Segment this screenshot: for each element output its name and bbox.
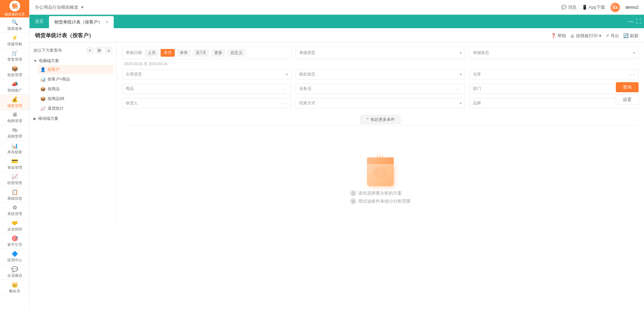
message-btn[interactable]: 💬 消息: [561, 4, 577, 10]
collapse-btn[interactable]: ⌃ 收起更多条件: [360, 115, 400, 124]
recipient-dots: ···: [282, 101, 288, 106]
mobile-group-label: 移动端方案: [38, 116, 58, 121]
sidebar-item-finance[interactable]: 💳 资金管理: [0, 156, 30, 172]
refresh-label: 刷新: [630, 33, 639, 39]
export-btn[interactable]: ↗ 导出: [605, 33, 619, 39]
topbar: 办公用品行业模拟账套 ▾ 💬 消息 📱 App下载 Ea demo2: [30, 0, 644, 15]
by-customer-product-label: 按客户+商品: [48, 76, 70, 82]
sidebar-item-ecommerce[interactable]: 🖥 电商管理: [0, 110, 30, 125]
scheme-group-mobile-header[interactable]: ▶ 移动端方案: [32, 114, 114, 123]
filter-recipient[interactable]: 收货人 ···: [122, 98, 291, 108]
refresh-icon: 🔄: [623, 33, 629, 38]
filter-product[interactable]: 商品 ···: [122, 84, 291, 94]
sidebar-item-system[interactable]: ⚙ 系统管理: [0, 203, 30, 218]
sidebar-label-wholesale: 批发管理: [7, 72, 22, 78]
app-download-btn[interactable]: 📱 App下载: [582, 4, 605, 10]
settlement-value: ▾: [318, 101, 461, 105]
topbar-dropdown-btn[interactable]: ▾: [81, 5, 84, 10]
collapse-scheme-btn[interactable]: «: [105, 47, 112, 54]
sidebar-item-member[interactable]: 👑 畅会员: [0, 280, 30, 295]
date-btn-custom[interactable]: 自定义: [227, 49, 246, 57]
sidebar: 畅 畅捷通好生意 🔍 搜索菜单 ⚡ 快捷导航 🛒 零售管理 📦 批发管理 📣 营…: [0, 0, 30, 310]
inventory-icon: 📊: [11, 143, 18, 149]
sidebar-label-app-center: 应用中心: [7, 258, 22, 263]
sidebar-item-basic-info[interactable]: 📋 基础信息: [0, 187, 30, 203]
filter-collect-status[interactable]: 收款状态 ▾: [296, 69, 465, 80]
filter-department[interactable]: 部门 ▾: [469, 84, 639, 94]
date-btn-last-month[interactable]: 上月: [145, 49, 159, 57]
operations-icon: 📈: [11, 173, 18, 180]
department-value: ▾: [484, 87, 635, 91]
export-label: 导出: [610, 33, 619, 39]
sidebar-item-search-menu[interactable]: 🔍 搜索菜单: [0, 17, 30, 33]
user-avatar[interactable]: Ea: [610, 3, 620, 12]
search-menu-icon: 🔍: [11, 19, 18, 25]
scheme-item-by-customer-product[interactable]: 📊 按客户+商品: [38, 75, 114, 84]
scheme-item-returns-stats[interactable]: 📈 退货统计: [38, 104, 114, 113]
sidebar-item-enterprise[interactable]: 🤝 企业协同: [0, 218, 30, 234]
tab-maximize-btn[interactable]: ⛶: [636, 18, 641, 24]
scheme-item-by-product[interactable]: 📦 按商品: [38, 85, 114, 94]
sidebar-item-enterprise-wechat[interactable]: 💬 企业微信: [0, 264, 30, 280]
tab-close-btn[interactable]: ×: [106, 19, 108, 25]
sidebar-item-quick-nav[interactable]: ⚡ 快捷导航: [0, 33, 30, 48]
sidebar-item-inventory[interactable]: 📊 库存核算: [0, 141, 30, 156]
date-btn-this-month[interactable]: 本月: [161, 49, 175, 57]
system-icon: ⚙: [12, 204, 17, 211]
scheme-header-icons: + ⚙ «: [86, 47, 112, 54]
salesperson-label: 业务员: [299, 86, 311, 92]
settings-button[interactable]: 设置: [616, 94, 639, 105]
sidebar-label-quick-nav: 快捷导航: [7, 42, 22, 47]
app-center-icon: 🔷: [11, 251, 18, 257]
sidebar-item-wholesale[interactable]: 📦 批发管理: [0, 64, 30, 79]
topbar-left: 办公用品行业模拟账套 ▾: [35, 4, 84, 10]
filter-out-status[interactable]: 出库状态 ▾: [122, 69, 291, 80]
filter-actions: 查询 设置: [616, 82, 639, 105]
empty-hint-2: 2 用过滤条件来缩小分析范围: [350, 198, 411, 204]
sidebar-item-operations[interactable]: 📈 经营管理: [0, 172, 30, 187]
filter-salesperson[interactable]: 业务员 ···: [296, 84, 465, 94]
collect-status-value: ▾: [318, 72, 461, 76]
query-button[interactable]: 查询: [616, 82, 639, 92]
filter-brand[interactable]: 品牌 ···: [469, 98, 639, 108]
sidebar-item-app-center[interactable]: 🔷 应用中心: [0, 249, 30, 264]
page-content: 销货单统计表（按客户） ❓ 帮助 🖨 按模板打印 ▾ ↗ 导出: [30, 28, 644, 310]
sidebar-label-purchase: 采购管理: [7, 134, 22, 139]
date-btn-last-7-days[interactable]: 近7天: [193, 49, 209, 57]
date-btn-more[interactable]: 更多: [211, 49, 225, 57]
sidebar-label-system: 系统管理: [7, 211, 22, 216]
by-customer-icon: 👤: [40, 67, 46, 72]
scheme-group-desktop-header[interactable]: ▼ 电脑端方案: [32, 57, 114, 65]
filter-settlement[interactable]: 结算方式 ▾: [296, 98, 465, 108]
scheme-item-by-product-99[interactable]: 📦 按商品99: [38, 94, 114, 103]
date-btn-this-year[interactable]: 本年: [177, 49, 191, 57]
add-scheme-btn[interactable]: +: [86, 47, 94, 54]
filter-doc-type[interactable]: 单据类型 ▾: [296, 47, 465, 59]
sidebar-item-retail[interactable]: 🛒 零售管理: [0, 48, 30, 64]
sidebar-item-marketing[interactable]: 📣 营销推广: [0, 79, 30, 95]
collect-status-chevron: ▾: [460, 72, 462, 76]
filter-doc-status[interactable]: 单据状态 ▾: [469, 47, 639, 59]
sidebar-item-sales[interactable]: 💰 销售管理: [0, 95, 30, 110]
sidebar-item-purchase[interactable]: 🛍 采购管理: [0, 125, 30, 141]
topbar-right: 💬 消息 📱 App下载 Ea demo2: [561, 3, 639, 12]
tab-sales-stats[interactable]: 销货单统计表（按客户） ×: [49, 16, 114, 28]
product-value: ···: [137, 86, 288, 92]
tabbar-controls: — ⛶: [628, 18, 644, 24]
tab-home[interactable]: 首页: [30, 15, 49, 28]
template-print-btn[interactable]: 🖨 按模板打印 ▾: [570, 33, 601, 39]
page-container: 销货单统计表（按客户） ❓ 帮助 🖨 按模板打印 ▾ ↗ 导出: [30, 28, 644, 310]
filter-warehouse[interactable]: 仓库 ···: [469, 69, 639, 80]
hint-num-1: 1: [350, 190, 356, 196]
tab-sales-stats-label: 销货单统计表（按客户）: [54, 19, 102, 25]
scheme-item-by-customer[interactable]: 👤 按客户: [38, 65, 114, 74]
help-btn[interactable]: ❓ 帮助: [551, 33, 566, 39]
product-label: 商品: [126, 86, 134, 92]
refresh-btn[interactable]: 🔄 刷新: [623, 33, 639, 39]
doc-status-value: ▾: [492, 51, 635, 55]
enterprise-icon: 🤝: [11, 220, 18, 226]
tab-minimize-btn[interactable]: —: [628, 18, 633, 24]
logo[interactable]: 畅 畅捷通好生意: [0, 0, 30, 17]
sidebar-item-onboarding[interactable]: 🎯 新手引导: [0, 234, 30, 249]
settings-scheme-btn[interactable]: ⚙: [96, 47, 103, 54]
